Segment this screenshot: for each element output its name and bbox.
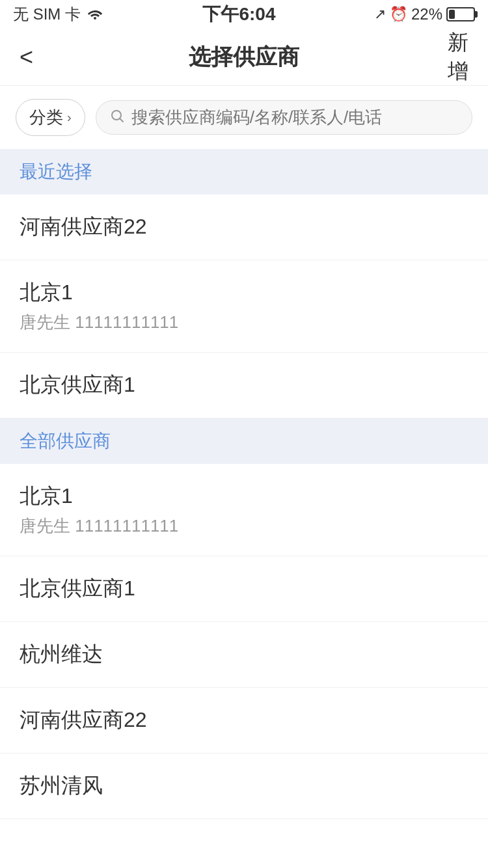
item-sub: 唐先生 11111111111	[20, 311, 468, 334]
svg-line-1	[120, 118, 123, 122]
status-right: ↗ ⏰ 22%	[374, 5, 475, 23]
status-left: 无 SIM 卡	[13, 4, 104, 25]
item-sub: 唐先生 11111111111	[20, 515, 468, 537]
list-item[interactable]: 河南供应商22	[0, 195, 488, 260]
item-name: 北京1	[20, 278, 468, 307]
item-name: 杭州维达	[20, 640, 468, 669]
alarm-icon: ⏰	[390, 6, 407, 23]
section-header-recent: 最近选择	[0, 149, 488, 195]
list-item[interactable]: 北京1唐先生 11111111111	[0, 464, 488, 556]
category-button[interactable]: 分类 ›	[16, 99, 85, 136]
list-item[interactable]: 苏州清风	[0, 753, 488, 819]
status-time: 下午6:04	[202, 2, 275, 27]
page-title: 选择供应商	[189, 42, 299, 72]
no-sim-text: 无 SIM 卡	[13, 4, 81, 25]
status-bar: 无 SIM 卡 下午6:04 ↗ ⏰ 22%	[0, 0, 488, 29]
search-input[interactable]	[131, 107, 459, 128]
search-box[interactable]	[96, 100, 472, 135]
list-item[interactable]: 杭州维达	[0, 622, 488, 688]
wifi-icon	[86, 5, 104, 23]
chevron-right-icon: ›	[67, 110, 72, 125]
nav-bar: < 选择供应商 新增	[0, 29, 488, 86]
item-name: 北京1	[20, 482, 468, 511]
item-name: 北京供应商1	[20, 575, 468, 603]
section-header-all: 全部供应商	[0, 418, 488, 464]
item-name: 苏州清风	[20, 772, 468, 800]
supplier-list: 最近选择河南供应商22北京1唐先生 11111111111北京供应商1全部供应商…	[0, 149, 488, 819]
list-item[interactable]: 河南供应商22	[0, 688, 488, 753]
battery-percent: 22%	[411, 5, 442, 23]
item-name: 北京供应商1	[20, 371, 468, 400]
filter-bar: 分类 ›	[0, 86, 488, 149]
back-button[interactable]: <	[20, 44, 59, 71]
list-item[interactable]: 北京供应商1	[0, 556, 488, 622]
category-label: 分类	[29, 106, 63, 129]
list-item[interactable]: 北京1唐先生 11111111111	[0, 260, 488, 353]
list-item[interactable]: 北京供应商1	[0, 353, 488, 418]
location-icon: ↗	[374, 6, 386, 23]
battery-icon	[446, 7, 475, 21]
item-name: 河南供应商22	[20, 706, 468, 735]
item-name: 河南供应商22	[20, 213, 468, 241]
search-icon	[109, 108, 125, 128]
add-button[interactable]: 新增	[429, 29, 468, 86]
